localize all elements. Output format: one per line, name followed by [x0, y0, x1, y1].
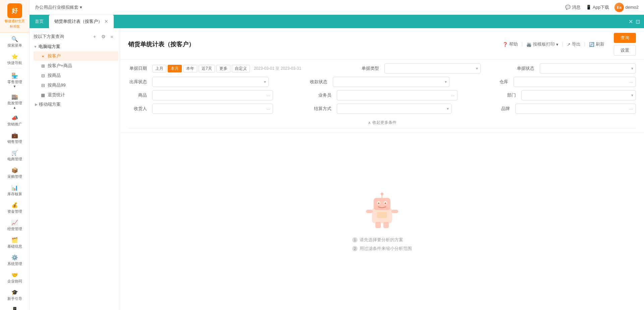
- help-btn[interactable]: ❓ 帮助: [502, 41, 518, 47]
- sidebar-item-basics[interactable]: 🗂️ 基础信息: [0, 234, 29, 252]
- sidebar-item-newbie[interactable]: 🎓 新手引导: [0, 287, 29, 304]
- empty-icon: [362, 191, 402, 231]
- date-btn-last-month[interactable]: 上月: [152, 65, 166, 72]
- date-btn-more[interactable]: 更多: [216, 65, 230, 72]
- purchase-icon: 📦: [11, 167, 18, 173]
- collapse-chevron-icon: ∧: [368, 120, 371, 125]
- page-title-row: 销货单统计表（按客户） ❓ 帮助 🖨️ 按模板打印 ▾: [128, 33, 636, 56]
- scheme-collapse-icon: «: [111, 34, 113, 39]
- app-download-btn[interactable]: 📱 App下载: [586, 4, 609, 10]
- department-select[interactable]: [521, 90, 636, 100]
- receiver-input[interactable]: ···: [152, 104, 273, 114]
- help-label: 帮助: [509, 41, 518, 47]
- sidebar-item-inventory[interactable]: 📊 库存核算: [0, 182, 29, 199]
- sidebar-item-wholesale[interactable]: 🏬 批发管理 ▲: [0, 91, 29, 112]
- scheme-item-return-label: 退货统计: [48, 92, 65, 98]
- sidebar-item-ecommerce[interactable]: 🛒 电商管理: [0, 147, 29, 164]
- scheme-group-desktop-header[interactable]: ▼ 电脑端方案: [30, 42, 120, 51]
- workspace-dropdown-icon: ▾: [80, 5, 82, 10]
- scheme-item-by-product[interactable]: ⊟ 按商品: [34, 71, 118, 80]
- date-btn-last-7[interactable]: 近7天: [199, 65, 215, 72]
- settings-btn[interactable]: 设置: [614, 45, 636, 56]
- workspace-selector[interactable]: 办公用品行业模拟账套 ▾: [35, 4, 82, 10]
- scheme-item-by-customer-product[interactable]: ⊞ 按客户+商品: [34, 61, 118, 70]
- message-icon: 💬: [565, 5, 571, 10]
- sidebar-item-marketing[interactable]: 📣 营销推广: [0, 112, 29, 130]
- window-controls: ✕ ⊡: [629, 18, 644, 25]
- window-maximize-icon[interactable]: ⊡: [636, 18, 640, 25]
- salesperson-input[interactable]: ···: [337, 90, 458, 100]
- out-status-select[interactable]: [152, 77, 269, 87]
- brand-input[interactable]: ···: [515, 104, 636, 114]
- sidebar-item-enterprise[interactable]: 🤝 企业协同: [0, 269, 29, 287]
- main-content: 办公用品行业模拟账套 ▾ 💬 消息 📱 App下载 Ea demo2 首页: [30, 0, 644, 310]
- date-btn-custom[interactable]: 自定义: [232, 65, 250, 72]
- scheme-item-customer-label: 按客户: [48, 53, 61, 59]
- scheme-settings-btn[interactable]: ⚙: [100, 33, 107, 40]
- message-btn[interactable]: 💬 消息: [565, 4, 581, 10]
- date-btn-this-month[interactable]: 本月: [168, 65, 182, 72]
- sidebar-item-wholesale-label: 批发管理: [7, 101, 22, 106]
- sidebar-item-newbie-label: 新手引导: [7, 296, 22, 301]
- sidebar-item-basics-label: 基础信息: [7, 244, 22, 249]
- tab-home[interactable]: 首页: [30, 15, 49, 28]
- department-select-wrapper: ▾: [521, 90, 636, 100]
- enterprise-icon: 🤝: [11, 272, 18, 278]
- scheme-item-customer-icon: ●: [40, 53, 46, 59]
- sidebar-search-label: 搜索菜单: [7, 43, 22, 48]
- payment-status-select[interactable]: [333, 77, 449, 87]
- refresh-btn[interactable]: 🔄 刷新: [589, 41, 604, 47]
- apps-icon: 📱: [11, 307, 18, 310]
- scheme-group-mobile-header[interactable]: ▶ 移动端方案: [30, 100, 120, 109]
- bill-type-select[interactable]: [384, 63, 481, 73]
- user-profile[interactable]: Ea demo2: [614, 3, 639, 12]
- export-btn[interactable]: ↗ 导出: [567, 41, 581, 47]
- sidebar-item-system-label: 系统管理: [7, 261, 22, 266]
- svg-point-7: [381, 193, 383, 195]
- collapse-bar[interactable]: ∧ 收起更多条件: [128, 117, 636, 128]
- brand-dots-icon: ···: [629, 106, 633, 111]
- empty-tip-2: 2 用过滤条件来缩小分析范围: [352, 246, 412, 252]
- sidebar-item-inventory-label: 库存核算: [7, 192, 22, 197]
- scheme-item-by-customer[interactable]: ● 按客户: [34, 51, 118, 61]
- product-input[interactable]: ···: [152, 90, 273, 100]
- scheme-mobile-expand-icon: ▶: [35, 102, 38, 107]
- sidebar-item-finance[interactable]: 💰 资金管理: [0, 199, 29, 217]
- scheme-item-product99-label: 按商品99: [48, 82, 65, 88]
- sidebar-item-finance-label: 资金管理: [7, 209, 22, 214]
- sidebar-item-system[interactable]: ⚙️ 系统管理: [0, 252, 29, 269]
- sidebar-item-operations[interactable]: 📈 经营管理: [0, 217, 29, 234]
- sidebar-item-retail[interactable]: 🏪 零售管理 ▼: [0, 70, 29, 91]
- scheme-item-by-product-99[interactable]: ⊟ 按商品99: [34, 81, 118, 90]
- salesperson-label: 业务员: [313, 92, 331, 98]
- receiver-dots-icon: ···: [266, 106, 270, 111]
- template-print-btn[interactable]: 🖨️ 按模板打印 ▾: [526, 41, 558, 47]
- sidebar-quick-nav[interactable]: ⭐ 快捷导航: [7, 51, 22, 68]
- scheme-add-btn[interactable]: +: [91, 33, 98, 40]
- topbar: 办公用品行业模拟账套 ▾ 💬 消息 📱 App下载 Ea demo2: [30, 0, 644, 15]
- scheme-item-custprod-label: 按客户+商品: [48, 63, 72, 69]
- sidebar-item-operations-label: 经营管理: [7, 226, 22, 231]
- print-icon: 🖨️: [526, 42, 532, 47]
- sidebar-item-apps[interactable]: 📱 应用中心: [0, 304, 29, 310]
- settlement-select[interactable]: [337, 104, 451, 114]
- date-buttons: 上月 本月 本年 近7天 更多 自定义 2023-03-01 至 2023-03…: [152, 65, 301, 72]
- warehouse-input[interactable]: ···: [514, 77, 636, 87]
- tab-sales-stat[interactable]: 销货单统计表（按客户） ✕: [49, 15, 114, 28]
- app-sub-label: 标准版: [10, 24, 20, 29]
- sidebar-item-purchase[interactable]: 📦 采购管理: [0, 164, 29, 182]
- scheme-panel-actions: + ⚙ «: [91, 33, 116, 40]
- scheme-settings-icon: ⚙: [101, 34, 106, 39]
- scheme-collapse-btn[interactable]: «: [108, 33, 116, 40]
- sidebar-item-sales[interactable]: 💼 销售管理: [0, 130, 29, 147]
- empty-state: 1 请先选择要分析的方案 2 用过滤条件来缩小分析范围: [120, 133, 644, 310]
- sidebar-search[interactable]: 🔍 搜索菜单: [7, 33, 22, 51]
- query-btn[interactable]: 查询: [614, 33, 636, 43]
- bill-status-select[interactable]: [540, 63, 636, 73]
- window-close-icon[interactable]: ✕: [629, 18, 633, 25]
- product-dots-icon: ···: [266, 93, 270, 98]
- scheme-item-return-stat[interactable]: ▦ 退货统计: [34, 90, 118, 100]
- tab-close-icon[interactable]: ✕: [104, 19, 108, 24]
- date-btn-this-year[interactable]: 本年: [183, 65, 197, 72]
- scheme-add-icon: +: [93, 34, 96, 39]
